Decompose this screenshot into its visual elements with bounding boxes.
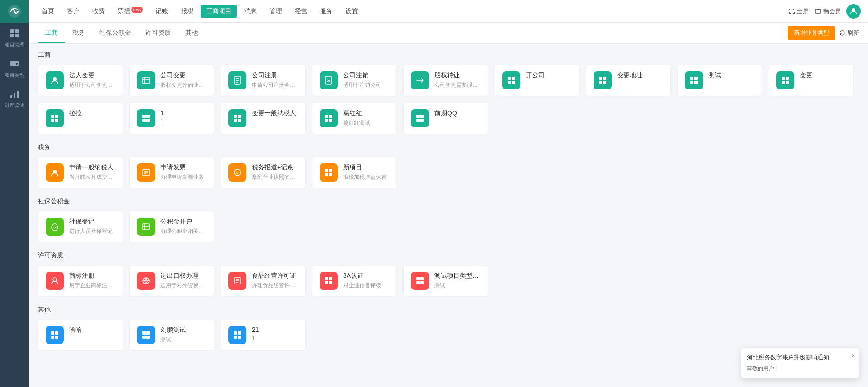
nav-message[interactable]: 消息 bbox=[239, 5, 262, 18]
test-type-icon bbox=[411, 272, 429, 290]
nav-settings[interactable]: 设置 bbox=[340, 5, 363, 18]
change-icon bbox=[776, 71, 794, 89]
card-apply-tax[interactable]: 申请一般纳税人 当月或次月成变更完成 bbox=[38, 157, 123, 188]
nav-service[interactable]: 服务 bbox=[315, 5, 338, 18]
fund-icon bbox=[137, 218, 155, 236]
card-21[interactable]: 21 1 bbox=[221, 319, 306, 351]
nav-operation[interactable]: 经营 bbox=[289, 5, 313, 18]
card-trademark[interactable]: 商标注册 用于企业商标注册服务 bbox=[38, 265, 123, 297]
tab-permit[interactable]: 许可资质 bbox=[138, 23, 178, 43]
card-title: 测试项目类型目定义 bbox=[434, 272, 481, 280]
card-qq[interactable]: 前期QQ bbox=[403, 103, 488, 134]
tabs-actions: 新增业务类型 刷新 bbox=[788, 26, 859, 40]
svg-rect-46 bbox=[142, 119, 146, 122]
svg-rect-56 bbox=[416, 115, 420, 118]
card-title: 法人变更 bbox=[69, 71, 115, 79]
card-1[interactable]: 1 1 bbox=[129, 103, 214, 134]
card-desc: 1 bbox=[252, 335, 298, 341]
card-company-register[interactable]: 公司注册 申请公司注册全流程 bbox=[221, 65, 306, 96]
card-liupeng[interactable]: 刘鹏测试 测试 bbox=[129, 319, 214, 351]
svg-rect-28 bbox=[599, 77, 602, 80]
card-title: 社保登记 bbox=[69, 218, 115, 226]
card-import-export[interactable]: 进出口权办理 适用于对外贸易经营者 bbox=[129, 265, 214, 297]
card-legal-change[interactable]: 法人变更 适用于公司变更法人 bbox=[38, 65, 123, 96]
card-desc: 进行人员社保登记 bbox=[69, 228, 115, 235]
svg-rect-45 bbox=[146, 115, 150, 118]
nav-industrial[interactable]: 工商项目 bbox=[201, 5, 237, 18]
card-test[interactable]: 测试 bbox=[677, 65, 762, 96]
tab-tax[interactable]: 税务 bbox=[65, 23, 92, 43]
svg-rect-40 bbox=[51, 115, 54, 118]
svg-rect-81 bbox=[325, 277, 328, 280]
address-icon bbox=[594, 71, 612, 89]
card-new-project[interactable]: 新项目 报税加税控盘保管 bbox=[312, 157, 397, 188]
sidebar: 项目管理 项目类型 进度监测 bbox=[0, 0, 29, 387]
svg-rect-99 bbox=[234, 336, 237, 339]
svg-rect-30 bbox=[599, 81, 602, 84]
tab-social-fund[interactable]: 社保公积金 bbox=[92, 23, 138, 43]
card-food-permit[interactable]: 食品经营许可证 办理食品经营许可证 bbox=[221, 265, 306, 297]
svg-rect-54 bbox=[325, 119, 328, 122]
card-company-cancel[interactable]: 公司注销 适用于注销公司 bbox=[312, 65, 397, 96]
svg-point-74 bbox=[53, 278, 57, 281]
card-change-tax[interactable]: 变更一般纳税人 bbox=[221, 103, 306, 134]
nav-home[interactable]: 首页 bbox=[36, 5, 60, 18]
card-lala[interactable]: 拉拉 bbox=[38, 103, 123, 134]
card-haha[interactable]: 哈哈 bbox=[38, 319, 123, 351]
tab-other[interactable]: 其他 bbox=[178, 23, 205, 43]
card-tax-report[interactable]: ¥ 税务报道+记账 拿到营业执照的新公司 bbox=[221, 157, 306, 188]
tax-icon bbox=[228, 109, 246, 127]
nav-bookkeeping[interactable]: 记账 bbox=[150, 5, 174, 18]
card-change[interactable]: 变更 bbox=[769, 65, 854, 96]
sidebar-item-progress-monitor[interactable]: 进度监测 bbox=[0, 83, 29, 113]
user-avatar[interactable] bbox=[846, 4, 861, 19]
notification-close-button[interactable]: × bbox=[851, 352, 855, 360]
svg-rect-57 bbox=[420, 115, 424, 118]
open-icon bbox=[502, 71, 520, 89]
card-3a-cert[interactable]: 3A认证 对企业信誉评级 bbox=[312, 265, 397, 297]
nav-ticket[interactable]: 票据new bbox=[112, 5, 148, 18]
top-navigation: 首页 客户 收费 票据new 记账 报税 工商项目 消息 管理 经营 服务 设置… bbox=[29, 0, 868, 23]
haha-icon bbox=[46, 326, 64, 344]
grid-icon bbox=[8, 27, 21, 40]
register-icon bbox=[228, 71, 246, 89]
card-apply-invoice[interactable]: 申请发票 办理申请发票业务 bbox=[129, 157, 214, 188]
card-desc: 申请公司注册全流程 bbox=[252, 81, 298, 89]
tabs-bar: 工商 税务 社保公积金 许可资质 其他 新增业务类型 刷新 bbox=[29, 23, 868, 44]
card-title: 申请发票 bbox=[160, 163, 207, 172]
card-company-change[interactable]: 公司变更 股权变更外的业务变更 bbox=[129, 65, 214, 96]
card-change-address[interactable]: 变更地址 bbox=[586, 65, 671, 96]
svg-point-13 bbox=[53, 77, 57, 81]
nav-manage[interactable]: 管理 bbox=[264, 5, 288, 18]
sidebar-item-project-type[interactable]: 项目类型 bbox=[0, 53, 29, 83]
card-title: 刘鹏测试 bbox=[160, 326, 207, 334]
card-equity-transfer[interactable]: 股权转让 公司变更需要股权转让 bbox=[403, 65, 488, 96]
nav-billing[interactable]: 收费 bbox=[87, 5, 110, 18]
svg-rect-4 bbox=[15, 34, 19, 37]
svg-rect-85 bbox=[416, 277, 420, 280]
card-title: 商标注册 bbox=[69, 272, 115, 280]
section-tax: 税务 申请一般纳税人 当月或次月成变更完成 bbox=[29, 143, 868, 197]
card-desc: 葛红红测试 bbox=[343, 119, 389, 127]
fullscreen-button[interactable]: 全屏 bbox=[788, 7, 809, 15]
card-social-register[interactable]: 社保登记 进行人员社保登记 bbox=[38, 211, 123, 242]
new-business-type-button[interactable]: 新增业务类型 bbox=[788, 26, 835, 40]
svg-text:¥: ¥ bbox=[236, 171, 239, 175]
food-icon bbox=[228, 272, 246, 290]
card-fund-open[interactable]: 公积金开户 办理公积金相关业务 bbox=[129, 211, 214, 242]
card-desc: 测试 bbox=[434, 282, 481, 289]
invoice-icon bbox=[137, 163, 155, 182]
refresh-button[interactable]: 刷新 bbox=[839, 29, 859, 37]
member-button[interactable]: 畅会员 bbox=[814, 7, 841, 15]
card-gehong[interactable]: 葛红红 葛红红测试 bbox=[312, 103, 397, 134]
card-open-company[interactable]: 开公司 bbox=[495, 65, 580, 96]
svg-rect-71 bbox=[143, 224, 149, 230]
svg-rect-35 bbox=[694, 81, 698, 84]
nav-customer[interactable]: 客户 bbox=[61, 5, 85, 18]
sidebar-item-project-management[interactable]: 项目管理 bbox=[0, 23, 29, 53]
nav-tax[interactable]: 报税 bbox=[175, 5, 199, 18]
chart-icon bbox=[8, 88, 21, 100]
tax-apply-icon bbox=[46, 163, 64, 182]
tab-industrial[interactable]: 工商 bbox=[38, 23, 65, 43]
card-test-type[interactable]: 测试项目类型目定义 测试 bbox=[403, 265, 488, 297]
